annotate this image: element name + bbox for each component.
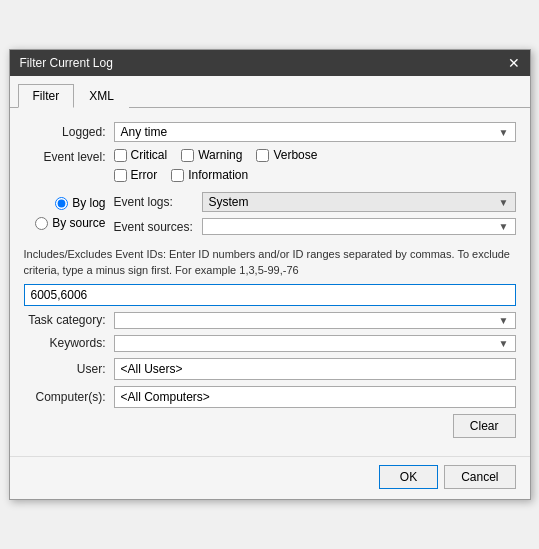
keywords-dropdown[interactable]: ▼	[114, 335, 516, 352]
user-wrap	[114, 358, 516, 380]
logged-row: Logged: Any time ▼	[24, 122, 516, 142]
clear-row: Clear	[24, 414, 516, 438]
computers-label: Computer(s):	[24, 390, 114, 404]
chk-error-label: Error	[131, 168, 158, 182]
cancel-button[interactable]: Cancel	[444, 465, 515, 489]
logged-value: Any time	[121, 125, 168, 139]
eventid-input[interactable]	[24, 284, 516, 306]
eventsources-dropdown[interactable]: ▼	[202, 218, 516, 235]
checkbox-error[interactable]: Error	[114, 168, 158, 182]
tab-filter[interactable]: Filter	[18, 84, 75, 108]
taskcategory-label: Task category:	[24, 313, 114, 327]
user-input[interactable]	[114, 358, 516, 380]
chk-critical-label: Critical	[131, 148, 168, 162]
taskcategory-wrap: ▼	[114, 312, 516, 329]
checkboxes-group: Critical Warning Verbose	[114, 148, 481, 186]
checkbox-information[interactable]: Information	[171, 168, 248, 182]
computers-row: Computer(s):	[24, 386, 516, 408]
eventsources-arrow: ▼	[499, 221, 509, 232]
radio-col: By log By source	[24, 192, 114, 241]
radio-bylog-label: By log	[72, 196, 105, 210]
title-bar: Filter Current Log ✕	[10, 50, 530, 76]
checkbox-verbose[interactable]: Verbose	[256, 148, 317, 162]
checkbox-critical[interactable]: Critical	[114, 148, 168, 162]
chk-verbose-label: Verbose	[273, 148, 317, 162]
dialog-content: Filter XML Logged: Any time ▼ Event leve…	[10, 76, 530, 499]
dialog-title: Filter Current Log	[20, 56, 113, 70]
footer: OK Cancel	[10, 456, 530, 499]
event-level-row: Event level: Critical Warning	[24, 148, 516, 186]
chk-information-input[interactable]	[171, 169, 184, 182]
chk-warning-input[interactable]	[181, 149, 194, 162]
chk-information-label: Information	[188, 168, 248, 182]
radio-bysource[interactable]: By source	[35, 216, 105, 230]
eventlogs-value: System	[209, 195, 249, 209]
chk-warning-label: Warning	[198, 148, 242, 162]
eventsources-label: Event sources:	[114, 220, 202, 234]
radio-bysource-label: By source	[52, 216, 105, 230]
radio-sources-block: By log By source Event logs: System ▼	[24, 192, 516, 241]
ok-button[interactable]: OK	[379, 465, 438, 489]
chk-error-input[interactable]	[114, 169, 127, 182]
radio-bylog-input[interactable]	[55, 197, 68, 210]
keywords-row: Keywords: ▼	[24, 335, 516, 352]
logs-sources: Event logs: System ▼ Event sources: ▼	[114, 192, 516, 241]
form-body: Logged: Any time ▼ Event level: Critical	[10, 116, 530, 450]
eventlogs-dropdown[interactable]: System ▼	[202, 192, 516, 212]
radio-bysource-input[interactable]	[35, 217, 48, 230]
eventlogs-arrow: ▼	[499, 197, 509, 208]
filter-dialog: Filter Current Log ✕ Filter XML Logged: …	[9, 49, 531, 500]
eventlogs-label: Event logs:	[114, 195, 202, 209]
keywords-label: Keywords:	[24, 336, 114, 350]
computers-wrap	[114, 386, 516, 408]
logged-label: Logged:	[24, 125, 114, 139]
eventlogs-row: Event logs: System ▼	[114, 192, 516, 212]
close-button[interactable]: ✕	[508, 56, 520, 70]
chk-verbose-input[interactable]	[256, 149, 269, 162]
event-level-label: Event level:	[24, 148, 114, 164]
user-label: User:	[24, 362, 114, 376]
chk-critical-input[interactable]	[114, 149, 127, 162]
clear-button[interactable]: Clear	[453, 414, 516, 438]
keywords-arrow: ▼	[499, 338, 509, 349]
keywords-wrap: ▼	[114, 335, 516, 352]
taskcategory-dropdown[interactable]: ▼	[114, 312, 516, 329]
computers-input[interactable]	[114, 386, 516, 408]
logged-dropdown-wrap: Any time ▼	[114, 122, 516, 142]
tab-xml[interactable]: XML	[74, 84, 129, 108]
tab-bar: Filter XML	[10, 84, 530, 108]
logged-arrow: ▼	[499, 127, 509, 138]
taskcategory-arrow: ▼	[499, 315, 509, 326]
logged-dropdown[interactable]: Any time ▼	[114, 122, 516, 142]
eventid-row	[24, 284, 516, 306]
taskcategory-row: Task category: ▼	[24, 312, 516, 329]
eventsources-row: Event sources: ▼	[114, 218, 516, 235]
info-text: Includes/Excludes Event IDs: Enter ID nu…	[24, 247, 516, 278]
checkbox-warning[interactable]: Warning	[181, 148, 242, 162]
radio-bylog[interactable]: By log	[55, 196, 105, 210]
user-row: User:	[24, 358, 516, 380]
